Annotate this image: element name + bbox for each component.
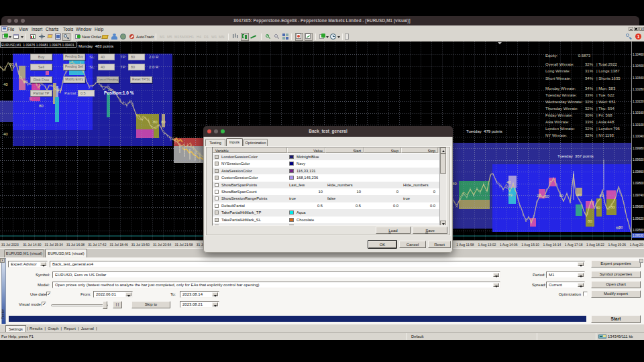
svg-text:40: 40 (3, 82, 8, 86)
svg-text:80: 80 (23, 80, 28, 84)
svg-text:80: 80 (452, 182, 457, 186)
svg-text:40: 40 (577, 193, 582, 197)
svg-text:80: 80 (619, 225, 623, 229)
svg-text:80: 80 (153, 120, 158, 124)
svg-text:80: 80 (161, 120, 166, 124)
svg-text:80: 80 (596, 206, 600, 210)
svg-text:79: 79 (508, 193, 513, 197)
svg-text:80: 80 (610, 205, 615, 209)
svg-text:40: 40 (506, 180, 511, 184)
svg-text:40: 40 (3, 132, 8, 136)
svg-text:40: 40 (599, 194, 604, 198)
svg-text:60: 60 (545, 194, 549, 198)
svg-text:40: 40 (57, 88, 62, 92)
svg-text:40: 40 (559, 194, 564, 198)
svg-text:20: 20 (537, 194, 541, 198)
svg-text:80: 80 (588, 219, 592, 223)
svg-text:80: 80 (39, 104, 44, 108)
svg-text:80: 80 (9, 62, 14, 66)
